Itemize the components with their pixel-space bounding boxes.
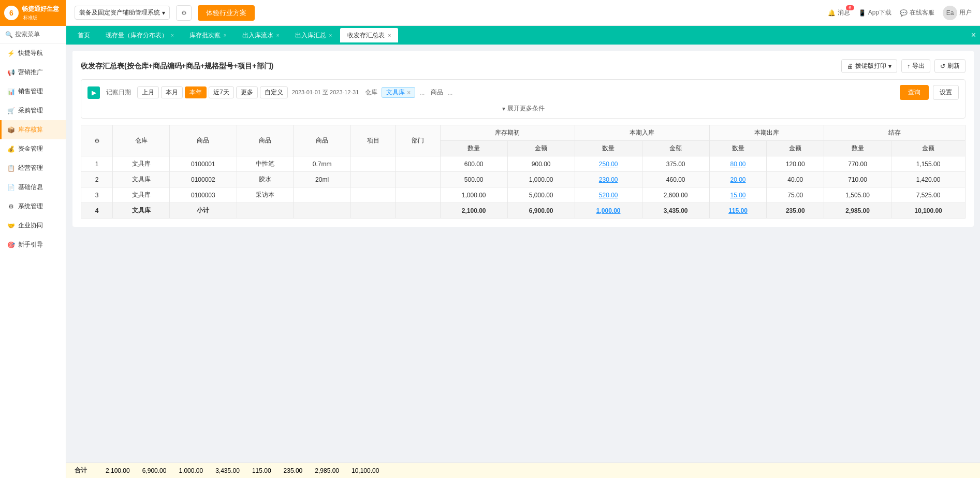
cell-out-qty[interactable]: 80.00 xyxy=(709,156,767,172)
date-btn-this-year[interactable]: 本年 xyxy=(185,86,207,98)
export-button[interactable]: ↑ 导出 xyxy=(901,59,930,73)
sidebar-item-operation[interactable]: 📋 经营管理 xyxy=(0,158,66,178)
user-label: 用户 xyxy=(959,8,972,17)
tab-stock-dist-close[interactable]: × xyxy=(171,33,174,38)
cell-in-qty[interactable]: 250.00 xyxy=(575,156,642,172)
cell-goods-spec: 20ml xyxy=(294,172,351,187)
total-opening-qty: 2,100.00 xyxy=(106,467,130,474)
print-button[interactable]: 🖨 拨键版打印 ▾ xyxy=(841,59,897,73)
tab-inout-flow-label: 出入库流水 xyxy=(242,31,273,40)
cell-in-amt: 375.00 xyxy=(642,156,709,172)
tab-inout-summary-label: 出入库汇总 xyxy=(295,31,326,40)
cell-out-qty[interactable]: 15.00 xyxy=(709,187,767,203)
sidebar-item-finance[interactable]: 💰 资金管理 xyxy=(0,139,66,158)
cell-in-amt: 460.00 xyxy=(642,172,709,187)
sidebar-item-sales[interactable]: 📊 销售管理 xyxy=(0,82,66,101)
tab-inout-summary-close[interactable]: × xyxy=(329,33,332,38)
filter-settings-button[interactable]: 设置 xyxy=(933,85,959,100)
tab-batch[interactable]: 库存批次账 × xyxy=(182,28,234,42)
notification-button[interactable]: 🔔 6 消息 xyxy=(828,8,850,17)
cell-out-amt: 75.00 xyxy=(767,187,824,203)
date-btn-more[interactable]: 更多 xyxy=(236,86,258,98)
sidebar-item-quick[interactable]: ⚡ 快捷导航 xyxy=(0,44,66,63)
sidebar-item-system[interactable]: ⚙ 系统管理 xyxy=(0,197,66,216)
tab-batch-close[interactable]: × xyxy=(224,33,227,38)
tab-stock-summary[interactable]: 收发存汇总表 × xyxy=(340,28,398,42)
total-closing-qty: 2,985.00 xyxy=(315,467,339,474)
date-btn-this-month[interactable]: 本月 xyxy=(161,86,183,98)
th-opening-qty: 数量 xyxy=(440,141,507,156)
cell-subtotal-opening-amt: 6,900.00 xyxy=(507,203,575,219)
cell-in-qty[interactable]: 230.00 xyxy=(575,172,642,187)
date-filter-label: 记账日期 xyxy=(106,88,131,97)
cell-subtotal-out-qty[interactable]: 115.00 xyxy=(709,203,767,219)
finance-icon: 💰 xyxy=(7,145,15,153)
sidebar-item-purchase[interactable]: 🛒 采购管理 xyxy=(0,101,66,120)
cell-closing-amt: 7,525.00 xyxy=(891,187,966,203)
sidebar-item-newbie[interactable]: 🎯 新手引导 xyxy=(0,235,66,254)
cell-subtotal-closing-qty: 2,985.00 xyxy=(824,203,891,219)
sidebar-item-marketing[interactable]: 📢 营销推广 xyxy=(0,63,66,82)
sidebar-item-search[interactable]: 🔍 搜索菜单 xyxy=(0,26,66,44)
search-button[interactable]: 查询 xyxy=(900,85,929,100)
goods-filter-label: 商品 xyxy=(431,88,443,97)
sidebar-item-label: 快捷导航 xyxy=(18,49,43,57)
th-out-amt: 金额 xyxy=(767,141,824,156)
user-menu-button[interactable]: Ea 用户 xyxy=(943,6,972,20)
cell-warehouse: 文具库 xyxy=(113,187,169,203)
expand-more-conditions-button[interactable]: ▾ 展开更多条件 xyxy=(502,104,545,113)
page-title: 收发存汇总表(按仓库+商品编码+商品+规格型号+项目+部门) xyxy=(81,62,273,71)
cell-goods-name: 中性笔 xyxy=(237,156,293,172)
sales-icon: 📊 xyxy=(7,88,15,96)
table-row: 3 文具库 0100003 采访本 1,000.00 5,000.00 520.… xyxy=(81,187,966,203)
sidebar-item-enterprise[interactable]: 🤝 企业协同 xyxy=(0,216,66,235)
settings-gear-button[interactable]: ⚙ xyxy=(176,5,192,21)
total-in-amt: 3,435.00 xyxy=(215,467,240,474)
tab-inout-flow[interactable]: 出入库流水 × xyxy=(235,28,287,42)
tab-stock-summary-label: 收发存汇总表 xyxy=(347,31,385,40)
goods-more-button[interactable]: ... xyxy=(447,89,452,96)
online-service-label: 在线客服 xyxy=(910,8,934,17)
try-industry-button[interactable]: 体验行业方案 xyxy=(198,5,255,21)
sidebar-item-inventory[interactable]: 📦 库存核算 xyxy=(0,120,66,139)
warehouse-more-button[interactable]: ... xyxy=(419,89,425,96)
tab-stock-summary-close[interactable]: × xyxy=(388,33,391,38)
total-out-qty: 115.00 xyxy=(252,467,271,474)
refresh-icon: ↺ xyxy=(940,63,945,70)
filter-collapse-button[interactable]: ▶ xyxy=(87,86,100,99)
cell-out-amt: 40.00 xyxy=(767,172,824,187)
cell-out-qty[interactable]: 20.00 xyxy=(709,172,767,187)
inventory-icon: 📦 xyxy=(7,126,15,134)
cell-in-qty[interactable]: 520.00 xyxy=(575,187,642,203)
app-download-button[interactable]: 📱 App下载 xyxy=(858,8,891,17)
warehouse-tag-wenjuku[interactable]: 文具库 × xyxy=(382,87,415,98)
tab-stock-dist[interactable]: 现存量（库存分布表） × xyxy=(98,28,181,42)
sidebar-item-label: 企业协同 xyxy=(18,221,43,230)
th-settings[interactable]: ⚙ xyxy=(81,125,113,156)
sidebar-item-label: 采购管理 xyxy=(18,106,43,115)
cell-closing-amt: 1,420.00 xyxy=(891,172,966,187)
th-opening-group: 库存期初 xyxy=(440,125,575,141)
th-closing-qty: 数量 xyxy=(824,141,891,156)
date-btn-7days[interactable]: 近7天 xyxy=(209,86,234,98)
system-selector[interactable]: 装备及固定资产辅助管理系统 ▾ xyxy=(75,6,170,20)
sidebar-item-label: 新手引导 xyxy=(18,240,43,249)
page-header: 收发存汇总表(按仓库+商品编码+商品+规格型号+项目+部门) 🖨 拨键版打印 ▾… xyxy=(81,59,966,73)
warehouse-tag-remove[interactable]: × xyxy=(407,89,411,96)
main-content: 装备及固定资产辅助管理系统 ▾ ⚙ 体验行业方案 🔔 6 消息 📱 App下载 … xyxy=(66,0,980,478)
topbar-actions: 🔔 6 消息 📱 App下载 💬 在线客服 Ea 用户 xyxy=(828,6,972,20)
close-all-tabs-button[interactable]: × xyxy=(971,31,976,40)
date-btn-last-month[interactable]: 上月 xyxy=(137,86,159,98)
th-goods-name: 商品 xyxy=(237,125,293,156)
cell-subtotal-in-qty[interactable]: 1,000.00 xyxy=(575,203,642,219)
cell-dept xyxy=(396,187,440,203)
online-service-button[interactable]: 💬 在线客服 xyxy=(900,8,934,17)
tab-home[interactable]: 首页 xyxy=(70,28,97,42)
th-in-qty: 数量 xyxy=(575,141,642,156)
date-btn-custom[interactable]: 自定义 xyxy=(260,86,288,98)
sidebar-item-base[interactable]: 📄 基础信息 xyxy=(0,178,66,197)
goods-filter: 商品 ... xyxy=(431,88,452,97)
tab-inout-flow-close[interactable]: × xyxy=(276,33,280,38)
refresh-button[interactable]: ↺ 刷新 xyxy=(934,59,966,73)
tab-inout-summary[interactable]: 出入库汇总 × xyxy=(288,28,340,42)
